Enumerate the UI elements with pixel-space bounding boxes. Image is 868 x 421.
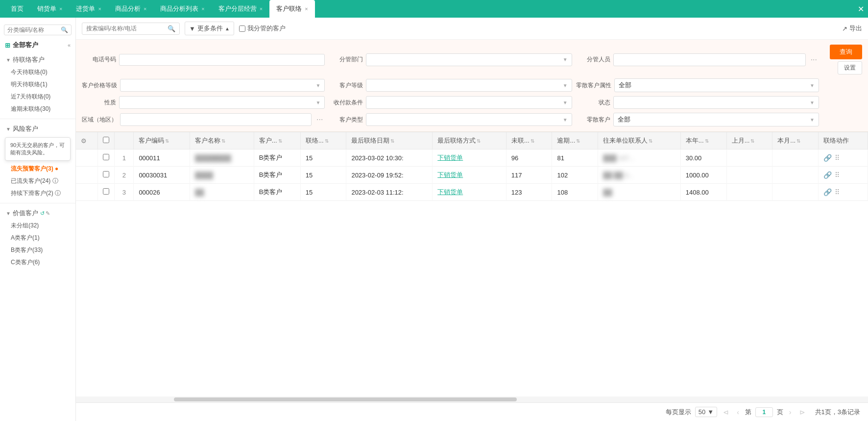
table-col-contact[interactable]: 联络...⇅: [300, 132, 346, 149]
filter-payment: 收付款条件 ▼: [329, 96, 572, 109]
close-icon[interactable]: ×: [201, 6, 204, 12]
table-col-overdue[interactable]: 逾期...⇅: [552, 132, 598, 149]
sidebar-item-declining[interactable]: 持续下滑客户(2) ⓘ: [0, 187, 75, 199]
sidebar-item-class-b[interactable]: B类客户(33): [0, 244, 75, 256]
sidebar-item-today-pending[interactable]: 今天待联络(0): [0, 66, 75, 78]
row-last-method[interactable]: 下销货单: [433, 149, 506, 167]
close-icon[interactable]: ×: [144, 6, 146, 12]
table-col-not-contacted[interactable]: 未联...⇅: [506, 132, 552, 149]
contact-link-icon[interactable]: 🔗: [823, 171, 832, 179]
customer-type-select[interactable]: ▼: [366, 113, 572, 126]
more-actions-icon[interactable]: ⠿: [835, 171, 840, 179]
filter-phone: 电话号码: [82, 54, 325, 66]
select-all-checkbox[interactable]: [103, 137, 109, 143]
dept-select[interactable]: ▼: [366, 53, 572, 66]
collapse-icon: «: [68, 42, 71, 48]
table-checkbox-col[interactable]: [98, 132, 115, 149]
person-select[interactable]: [613, 53, 806, 66]
query-button[interactable]: 查询: [830, 45, 862, 59]
sidebar-item-7day-pending[interactable]: 近7天待联络(0): [0, 91, 75, 103]
more-icon[interactable]: ···: [809, 55, 819, 64]
table-col-last-method[interactable]: 最后联络方式⇅: [433, 132, 506, 149]
export-btn[interactable]: ↗ 导出: [842, 24, 862, 33]
row-checkbox[interactable]: [98, 149, 115, 167]
row-this-year: 1000.00: [680, 167, 726, 184]
pagination-bar: 每页显示 50 ▼ ⊲ ‹ 第 页 › ⊳ 共1页，3条记录: [76, 402, 868, 421]
sidebar-item-churned[interactable]: 已流失客户(24) ⓘ: [0, 175, 75, 187]
horizontal-scrollbar[interactable]: [76, 396, 868, 402]
filter-search-icon[interactable]: 🔍: [168, 25, 175, 32]
row-last-method[interactable]: 下销货单: [433, 167, 506, 184]
sidebar-item-class-a[interactable]: A类客户(1): [0, 232, 75, 244]
tab-customer-contact[interactable]: 客户联络 ×: [269, 0, 314, 18]
sidebar-group-value-header[interactable]: ▼ 价值客户 ↺ ✎: [0, 207, 75, 220]
table-settings-col[interactable]: ⚙: [76, 132, 98, 149]
filter-row-4: 区域（地区） ··· 客户类型 ▼ 零散客户 全部: [82, 113, 862, 126]
phone-input[interactable]: [119, 54, 325, 66]
table-col-last-month[interactable]: 上月...⇅: [726, 132, 772, 149]
close-icon[interactable]: ×: [59, 6, 62, 12]
my-customers-checkbox-container[interactable]: 我分管的客户: [239, 24, 286, 33]
row-last-method[interactable]: 下销货单: [433, 184, 506, 201]
close-icon[interactable]: ×: [305, 6, 308, 12]
sidebar-item-tomorrow-pending[interactable]: 明天待联络(1): [0, 78, 75, 91]
next-page-btn[interactable]: ›: [787, 407, 794, 417]
table-col-name[interactable]: 客户名称⇅: [190, 132, 254, 149]
table-col-unit-contact[interactable]: 往来单位联系人⇅: [598, 132, 681, 149]
close-window-icon[interactable]: ✕: [858, 4, 864, 14]
sort-icon: ⇅: [705, 138, 709, 144]
chevron-down-icon: ▼: [563, 117, 568, 123]
sidebar-search[interactable]: 🔍: [4, 25, 72, 35]
prev-page-btn[interactable]: ‹: [735, 407, 741, 417]
table-col-last-date[interactable]: 最后联络日期⇅: [346, 132, 433, 149]
contact-link-icon[interactable]: 🔗: [823, 188, 832, 196]
payment-select[interactable]: ▼: [366, 96, 572, 109]
sidebar-search-input[interactable]: [7, 26, 61, 33]
first-page-btn[interactable]: ⊲: [721, 407, 731, 417]
more-actions-icon[interactable]: ⠿: [835, 188, 840, 196]
nature-select[interactable]: ▼: [119, 96, 325, 109]
tab-product-analysis[interactable]: 商品分析 ×: [108, 0, 153, 18]
status-select[interactable]: ▼: [613, 96, 819, 109]
close-icon[interactable]: ×: [260, 6, 263, 12]
adv-filter-panel: 电话号码 分管部门 ▼ 分管人员 ···: [76, 40, 868, 132]
price-grade-select[interactable]: ▼: [120, 79, 325, 92]
more-actions-icon[interactable]: ⠿: [835, 154, 840, 162]
sidebar-item-overdue-pending[interactable]: 逾期未联络(30): [0, 103, 75, 115]
last-page-btn[interactable]: ⊳: [797, 407, 807, 417]
row-checkbox[interactable]: [98, 167, 115, 184]
sidebar-item-churn-warning[interactable]: 流失预警客户(3) ●: [0, 163, 75, 175]
region-select[interactable]: [120, 113, 312, 126]
filter-customer-type: 客户类型 ▼: [329, 113, 572, 126]
table-col-this-month[interactable]: 本月...⇅: [772, 132, 819, 149]
page-size-select[interactable]: 50 ▼: [695, 407, 717, 417]
settings-button[interactable]: 设置: [838, 61, 862, 74]
tab-home[interactable]: 首页: [4, 0, 30, 18]
my-customers-checkbox[interactable]: [239, 25, 245, 32]
retail-customer-select[interactable]: 全部 ▼: [613, 113, 819, 126]
sidebar-group-risk-header[interactable]: ▼ 风险客户: [0, 123, 75, 135]
retail-attr-select[interactable]: 全部 ▼: [614, 78, 819, 92]
arrow-down-icon: ▼: [6, 126, 11, 132]
page-input[interactable]: [755, 407, 773, 417]
filter-search-input[interactable]: [86, 25, 166, 32]
table-col-type[interactable]: 客户...⇅: [254, 132, 300, 149]
table-col-code[interactable]: 客户编码⇅: [134, 132, 190, 149]
tab-product-analysis-list[interactable]: 商品分析列表 ×: [153, 0, 211, 18]
more-icon[interactable]: ···: [314, 115, 325, 124]
close-icon[interactable]: ×: [98, 6, 101, 12]
more-conditions-btn[interactable]: ▼ 更多条件 ▲: [185, 22, 234, 35]
tab-purchase-order[interactable]: 进货单 ×: [69, 0, 108, 18]
sidebar-item-ungrouped[interactable]: 未分组(32): [0, 220, 75, 232]
contact-link-icon[interactable]: 🔗: [823, 154, 832, 162]
sort-icon: ⇅: [649, 138, 652, 144]
table-col-this-year[interactable]: 本年...⇅: [680, 132, 726, 149]
sidebar-item-class-c[interactable]: C类客户(6): [0, 256, 75, 269]
tab-customer-layer[interactable]: 客户分层经营 ×: [212, 0, 269, 18]
scrollbar-thumb[interactable]: [174, 397, 517, 401]
tab-sales-order[interactable]: 销货单 ×: [30, 0, 69, 18]
customer-grade-select[interactable]: ▼: [366, 79, 572, 92]
row-checkbox[interactable]: [98, 184, 115, 201]
sidebar-group-pending-header[interactable]: ▼ 待联络客户: [0, 53, 75, 66]
sidebar-all-customers[interactable]: ⊞ 全部客户 «: [0, 38, 75, 52]
